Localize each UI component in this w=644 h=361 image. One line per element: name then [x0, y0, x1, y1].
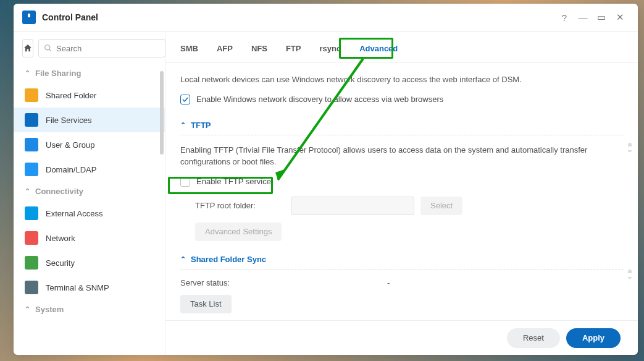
sidebar: ⌃File SharingShared FolderFile ServicesU…	[14, 32, 165, 355]
sidebar-item-terminal-snmp[interactable]: Terminal & SNMP	[14, 275, 165, 300]
svg-line-1	[49, 49, 51, 51]
tab-rsync[interactable]: rsync	[319, 44, 341, 62]
sidebar-item-label: Network	[46, 234, 75, 243]
tab-ftp[interactable]: FTP	[286, 44, 301, 62]
checkbox-checked-icon	[180, 95, 190, 104]
search-icon	[44, 44, 52, 53]
close-button[interactable]: ✕	[611, 12, 629, 23]
tftp-select-button[interactable]: Select	[420, 197, 462, 215]
enable-tftp-checkbox-row[interactable]: Enable TFTP service	[180, 177, 623, 187]
tftp-root-input[interactable]	[291, 197, 414, 215]
svg-point-0	[45, 45, 50, 50]
tab-smb[interactable]: SMB	[180, 44, 198, 62]
terminal-snmp-icon	[25, 281, 38, 294]
sidebar-section-header[interactable]: ⌃File Sharing	[14, 64, 165, 83]
content-scrollbar-track	[628, 270, 632, 279]
shared-folder-icon	[25, 88, 38, 102]
content-scrollbar-track	[628, 143, 632, 152]
sidebar-item-label: Terminal & SNMP	[46, 283, 109, 292]
chevron-up-icon: ⌃	[180, 255, 186, 263]
sidebar-section-header[interactable]: ⌃System	[14, 300, 165, 319]
tabs: SMBAFPNFSFTPrsyncAdvanced	[165, 32, 638, 62]
ws-discovery-desc: Local network devices can use Windows ne…	[180, 74, 623, 86]
checkbox-unchecked-icon	[180, 177, 190, 187]
external-access-icon	[25, 206, 38, 220]
main-panel: SMBAFPNFSFTPrsyncAdvanced Local network …	[165, 32, 638, 355]
chevron-icon: ⌃	[25, 187, 30, 195]
domain-ldap-icon	[25, 163, 38, 176]
ws-discovery-checkbox-row[interactable]: Enable Windows network discovery to allo…	[180, 95, 623, 104]
enable-tftp-label: Enable TFTP service	[196, 177, 271, 186]
search-input[interactable]	[56, 44, 160, 53]
sidebar-item-domain-ldap[interactable]: Domain/LDAP	[14, 157, 165, 182]
footer: Reset Apply	[165, 320, 638, 355]
sidebar-section-label: File Sharing	[35, 69, 81, 78]
sidebar-item-external-access[interactable]: External Access	[14, 201, 165, 226]
chevron-up-icon: ⌃	[180, 121, 186, 129]
sidebar-item-label: File Services	[46, 116, 91, 125]
section-sfs-title: Shared Folder Sync	[191, 255, 266, 264]
sidebar-item-label: Security	[46, 258, 75, 268]
home-button[interactable]	[22, 39, 33, 57]
sidebar-item-security[interactable]: Security	[14, 250, 165, 275]
chevron-icon: ⌃	[25, 305, 30, 313]
section-shared-folder-sync[interactable]: ⌃ Shared Folder Sync	[180, 248, 623, 270]
user-group-icon	[25, 138, 38, 151]
sidebar-item-user-group[interactable]: User & Group	[14, 132, 165, 157]
sidebar-item-network[interactable]: Network	[14, 226, 165, 250]
tftp-root-label: TFTP root folder:	[195, 201, 291, 210]
server-status-label: Server status:	[180, 278, 387, 287]
sidebar-scrollbar[interactable]	[160, 71, 164, 155]
control-panel-window: Control Panel ? — ▭ ✕ ⌃File SharingShare…	[14, 4, 638, 355]
security-icon	[25, 256, 38, 270]
chevron-icon: ⌃	[25, 69, 30, 77]
file-services-icon	[25, 113, 38, 127]
reset-button[interactable]: Reset	[507, 328, 560, 348]
tftp-desc: Enabling TFTP (Trivial File Transfer Pro…	[180, 144, 623, 168]
search-box[interactable]	[38, 39, 165, 57]
section-tftp-title: TFTP	[191, 121, 211, 130]
help-button[interactable]: ?	[555, 12, 574, 23]
tab-nfs[interactable]: NFS	[251, 44, 267, 62]
sidebar-section-label: Connectivity	[35, 187, 83, 196]
minimize-button[interactable]: —	[574, 12, 592, 23]
tftp-advanced-settings-button[interactable]: Advanced Settings	[195, 223, 282, 241]
content-area: Local network devices can use Windows ne…	[165, 62, 638, 320]
sidebar-section-header[interactable]: ⌃Connectivity	[14, 182, 165, 201]
apply-button[interactable]: Apply	[566, 328, 621, 348]
sidebar-item-label: External Access	[46, 209, 103, 218]
maximize-button[interactable]: ▭	[592, 12, 611, 23]
sidebar-item-label: Shared Folder	[46, 91, 96, 100]
home-icon	[23, 43, 33, 53]
network-icon	[25, 231, 38, 245]
sidebar-item-label: Domain/LDAP	[46, 165, 96, 174]
section-tftp[interactable]: ⌃ TFTP	[180, 114, 623, 135]
server-status-value: -	[387, 278, 390, 287]
tab-afp[interactable]: AFP	[217, 44, 233, 62]
sidebar-section-label: System	[35, 305, 64, 314]
sidebar-item-file-services[interactable]: File Services	[14, 108, 165, 132]
sidebar-item-label: User & Group	[46, 140, 94, 150]
window-title: Control Panel	[42, 12, 98, 22]
ws-discovery-checkbox-label: Enable Windows network discovery to allo…	[196, 95, 443, 104]
sidebar-item-shared-folder[interactable]: Shared Folder	[14, 83, 165, 108]
titlebar: Control Panel ? — ▭ ✕	[14, 4, 638, 32]
app-icon	[22, 11, 36, 24]
task-list-button[interactable]: Task List	[180, 295, 232, 313]
tab-advanced[interactable]: Advanced	[359, 44, 398, 62]
